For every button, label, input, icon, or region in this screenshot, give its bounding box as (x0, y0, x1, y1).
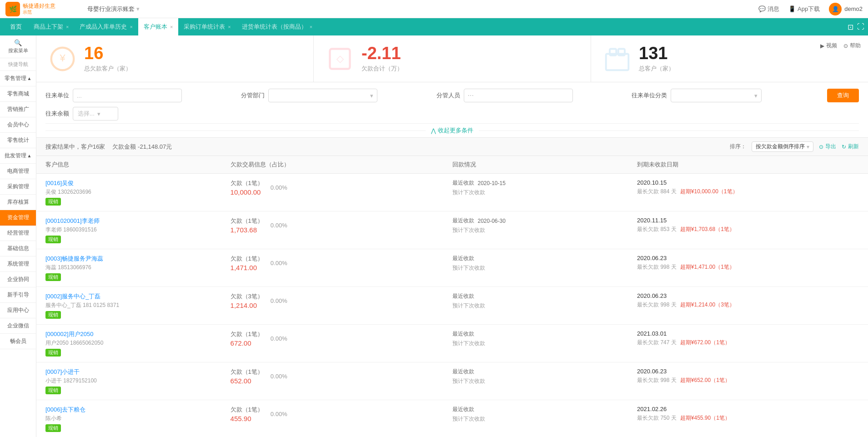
recovery-next: 预计下次收款 (452, 264, 637, 272)
sidebar-search-btn[interactable]: 🔍 搜索菜单 (0, 35, 36, 58)
dept-label: 分管部门 (241, 91, 265, 100)
customer-name-link[interactable]: [0006]去下粮仓 (45, 406, 231, 414)
refresh-btn[interactable]: ↻ 刷新 (842, 143, 859, 151)
customer-name-link[interactable]: [0001020001]李老师 (45, 217, 231, 225)
user-avatar[interactable]: 👤 demo2 (829, 3, 863, 15)
sidebar-item-wechat[interactable]: 企业微信 (0, 318, 36, 334)
recovery-next: 预计下次收款 (452, 415, 637, 423)
sidebar-item-enterprise-collab[interactable]: 企业协同 (0, 272, 36, 287)
collapse-row: ⋀ 收起更多条件 (45, 123, 859, 137)
filter-unit-category: 往来单位分类 ▾ (632, 89, 820, 102)
customer-name-link[interactable]: [0016]吴俊 (45, 179, 231, 187)
overdue-link[interactable]: 超期¥10,000.00（1笔） (680, 188, 738, 196)
overdue-link[interactable]: 超期¥672.00（1笔） (680, 339, 730, 347)
tab-maximize-icon[interactable]: ⛶ (857, 23, 864, 31)
recovery-next: 预计下次收款 (452, 226, 637, 234)
recovery-info-col: 最近收款 预计下次收款 (452, 255, 637, 272)
close-tab-icon[interactable]: × (130, 24, 132, 30)
sidebar-item-member-vip[interactable]: 畅会员 (0, 334, 36, 349)
debt-info-col: 欠款（3笔） 1,214.00 0.00% (231, 292, 452, 309)
customer-name-link[interactable]: [0002]服务中心_丁磊 (45, 292, 231, 301)
customer-name-link[interactable]: [0007]小进干 (45, 368, 231, 376)
video-help-btn[interactable]: ▶ 视频 (820, 42, 837, 50)
sidebar-item-new-guide[interactable]: 新手引导 (0, 287, 36, 303)
sidebar-item-retail-mgmt[interactable]: 零售管理 ▲ (0, 71, 36, 86)
debt-amount: 1,471.00 (231, 264, 263, 271)
sidebar-item-purchase[interactable]: 采购管理 (0, 179, 36, 195)
table-row: [0002]服务中心_丁磊 服务中心_丁磊 181 0125 8371 现销 欠… (36, 287, 868, 325)
results-bar: 搜索结果中，客户16家 欠款金额 -21,148.07元 排序： 按欠款金额倒序… (36, 138, 868, 156)
customer-info-col: [0002]服务中心_丁磊 服务中心_丁磊 181 0125 8371 现销 (45, 292, 231, 319)
tab-customer-account[interactable]: 客户账本 × (138, 18, 178, 35)
overdue-days: 最长欠款 998 天 (637, 377, 677, 384)
sidebar-item-retail-mall[interactable]: 零售商城 (0, 86, 36, 102)
stat-card-debt-customers: ¥ 16 总欠款客户（家） (36, 35, 314, 82)
customer-name-link[interactable]: [0003]畅捷服务尹海蕊 (45, 255, 231, 263)
sidebar-item-marketing[interactable]: 营销推广 (0, 102, 36, 117)
sort-select[interactable]: 按欠款金额倒序排序 ▾ (752, 141, 813, 152)
customer-detail: 陈小希 (45, 415, 231, 422)
logo-icon: 🌿 (5, 2, 20, 16)
debt-info-col: 欠款（1笔） 1,703.68 0.00% (231, 217, 452, 234)
customer-tag: 现销 (45, 273, 61, 281)
debt-amount: 652.00 (231, 377, 263, 385)
from-unit-value: ... (77, 92, 82, 99)
message-btn[interactable]: 💬 消息 (758, 5, 779, 13)
overdue-link[interactable]: 超期¥1,214.00（3笔） (680, 301, 735, 309)
overdue-link[interactable]: 超期¥1,471.00（1笔） (680, 263, 735, 271)
sidebar-item-inventory[interactable]: 库存核算 (0, 195, 36, 210)
collapse-btn[interactable]: ⋀ 收起更多条件 (426, 126, 479, 135)
stat-label-debt-customers: 总欠款客户（家） (84, 65, 131, 73)
help-btn[interactable]: ⊙ 帮助 (843, 42, 861, 50)
stat-info-debt-customers: 16 总欠款客户（家） (84, 45, 131, 73)
overdue-link[interactable]: 超期¥455.90（1笔） (680, 414, 730, 422)
overdue-link[interactable]: 超期¥652.00（1笔） (680, 377, 730, 384)
sidebar-item-ecommerce[interactable]: 电商管理 (0, 164, 36, 179)
debt-amount: 455.90 (231, 415, 263, 422)
tab-home[interactable]: 首页 (4, 18, 28, 35)
sidebar-item-app-center[interactable]: 应用中心 (0, 303, 36, 318)
dept-dropdown-icon: ▾ (370, 92, 373, 99)
store-selector[interactable]: 母婴行业演示账套 ▾ (87, 5, 140, 13)
tab-purchase-stats[interactable]: 采购订单统计表 × (178, 18, 236, 35)
stat-info-total-customers: 131 总客户（家） (639, 45, 674, 73)
sidebar-item-retail-stats[interactable]: 零售统计 (0, 133, 36, 148)
tab-purchase-by-goods[interactable]: 进货单统计表（按商品） × (236, 18, 318, 35)
debt-count: 欠款（1笔） (231, 217, 263, 225)
debt-count: 欠款（1笔） (231, 255, 263, 263)
dept-input[interactable]: ▾ (268, 89, 377, 102)
sidebar-item-system[interactable]: 系统管理 (0, 256, 36, 272)
balance-value: 选择... (78, 110, 95, 118)
tab-goods-listing[interactable]: 商品上下架 × (28, 18, 74, 35)
content-area: ¥ 16 总欠款客户（家） ◇ -2.11 欠款合计（ (36, 35, 868, 437)
close-tab-icon[interactable]: × (66, 24, 69, 30)
tab-bar: 首页 商品上下架 × 产成品入库单历史 × 客户账本 × 采购订单统计表 × 进… (0, 18, 868, 35)
unit-category-input[interactable]: ▾ (671, 89, 762, 102)
dropdown-arrow-icon: ▾ (136, 5, 140, 12)
table-row: [0006]去下粮仓 陈小希 现销 欠款（1笔） 455.90 0.00% 最近… (36, 400, 868, 437)
debt-customers-icon: ¥ (50, 46, 75, 71)
close-tab-icon[interactable]: × (310, 24, 312, 30)
query-button[interactable]: 查询 (827, 89, 859, 102)
person-input[interactable]: ··· (464, 89, 573, 102)
sidebar-item-business[interactable]: 经营管理 (0, 226, 36, 241)
balance-input[interactable]: 选择... ▾ (73, 107, 118, 121)
customer-name-link[interactable]: [000002]用户2050 (45, 330, 231, 338)
sidebar-item-wholesale-mgmt[interactable]: 批发管理 ▲ (0, 148, 36, 164)
sidebar-item-finance[interactable]: 资金管理 (0, 210, 36, 226)
overdue-link[interactable]: 超期¥1,703.68（1笔） (680, 226, 735, 233)
stats-row: ¥ 16 总欠款客户（家） ◇ -2.11 欠款合计（ (36, 35, 868, 82)
app-download-btn[interactable]: 📱 App下载 (788, 5, 820, 13)
export-btn[interactable]: ⊙ 导出 (819, 143, 836, 151)
tab-minimize-icon[interactable]: ⊡ (848, 23, 853, 31)
tab-production-history[interactable]: 产成品入库单历史 × (74, 18, 138, 35)
sidebar-item-basic-info[interactable]: 基础信息 (0, 241, 36, 256)
recovery-label: 最近收款 (452, 179, 474, 187)
sidebar-item-member-center[interactable]: 会员中心 (0, 117, 36, 133)
filter-row-1: 往来单位 ... 分管部门 ▾ 分管人员 · (45, 89, 859, 102)
close-tab-icon[interactable]: × (228, 24, 231, 30)
svg-text:◇: ◇ (336, 53, 344, 64)
from-unit-input[interactable]: ... (73, 89, 182, 102)
close-tab-icon[interactable]: × (170, 24, 173, 30)
customer-tag: 现销 (45, 424, 61, 432)
